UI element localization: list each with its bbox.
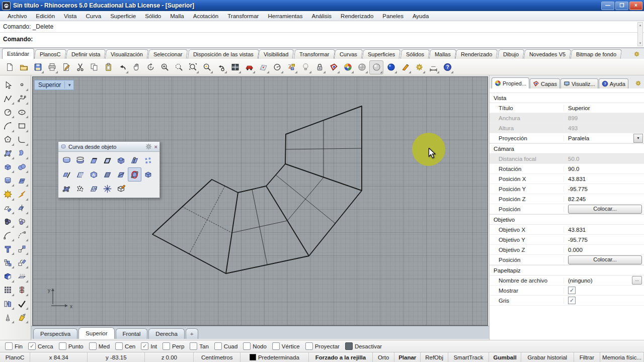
- osnap-med[interactable]: Med: [89, 342, 110, 350]
- fillet-curve-icon[interactable]: [16, 133, 29, 146]
- align-center-icon[interactable]: [16, 284, 29, 297]
- rotate-tool-icon[interactable]: [16, 256, 29, 269]
- menu-solido[interactable]: Sólido: [140, 12, 166, 20]
- array-up-icon[interactable]: [16, 270, 29, 283]
- colocar-button[interactable]: Colocar...: [568, 205, 642, 214]
- property-value[interactable]: 90.0: [564, 166, 644, 172]
- solid-cube-icon[interactable]: [2, 270, 15, 283]
- checkbox[interactable]: ✓: [28, 342, 36, 350]
- status-orto[interactable]: Orto: [373, 352, 394, 362]
- explode-icon[interactable]: [2, 188, 15, 201]
- extract-isocurves-icon[interactable]: [101, 167, 114, 182]
- print-icon[interactable]: [45, 61, 58, 74]
- osnap-cerca[interactable]: ✓Cerca: [28, 342, 53, 350]
- add-viewport-tab[interactable]: +: [186, 328, 198, 339]
- checkbox[interactable]: [243, 342, 251, 350]
- lasso-select-icon[interactable]: [16, 311, 29, 324]
- osnap-desactivar[interactable]: Desactivar: [345, 342, 382, 350]
- array-grid-icon[interactable]: [2, 284, 15, 297]
- checkbox[interactable]: [163, 342, 170, 350]
- visibility-boom-icon[interactable]: [16, 188, 29, 201]
- property-value[interactable]: 43.831: [564, 176, 644, 182]
- tabbar-gear-icon[interactable]: [633, 51, 640, 57]
- property-value[interactable]: Paralela▼: [564, 134, 644, 143]
- paste-icon[interactable]: [102, 61, 115, 74]
- status-memoria-fisic-[interactable]: Memoria físic...: [600, 352, 644, 362]
- duplicate-edge-icon[interactable]: [87, 153, 101, 167]
- osnap-fin[interactable]: Fin: [5, 342, 23, 350]
- car-icon[interactable]: [243, 61, 256, 74]
- status-z-0-00[interactable]: z 0.00: [145, 352, 194, 362]
- status-planar[interactable]: Planar: [394, 352, 421, 362]
- toolbar-tab-novedades-v5[interactable]: Novedades V5: [524, 49, 572, 59]
- checkbox[interactable]: ✓: [141, 342, 148, 350]
- status-predeterminada[interactable]: Predeterminada: [240, 352, 308, 362]
- scroll-up-icon[interactable]: ▲: [638, 23, 642, 27]
- light-icon[interactable]: [299, 61, 312, 74]
- osnap-int[interactable]: ✓Int: [141, 342, 157, 350]
- status-centimetros[interactable]: Centímetros: [194, 352, 240, 362]
- join-circles-icon[interactable]: [2, 215, 15, 228]
- palette-gear-icon[interactable]: [145, 143, 152, 150]
- rotate-view-icon[interactable]: [144, 61, 157, 74]
- close-button[interactable]: ×: [629, 2, 642, 10]
- select-icon[interactable]: [2, 78, 15, 92]
- pull-curve-icon[interactable]: [73, 153, 87, 167]
- menu-herramientas[interactable]: Herramientas: [263, 12, 307, 20]
- menu-renderizado[interactable]: Renderizado: [336, 12, 378, 20]
- polygon-tool-icon[interactable]: [2, 133, 15, 146]
- selection-filter-icon[interactable]: [285, 61, 298, 74]
- zoom-target-icon[interactable]: [200, 61, 213, 74]
- help-icon[interactable]: ?: [441, 61, 454, 74]
- sketch-cube-icon[interactable]: [114, 182, 128, 196]
- status-planoc[interactable]: PlanoC: [0, 352, 30, 362]
- palette-title-bar[interactable]: Curva desde objeto ×: [58, 142, 159, 152]
- viewport-title-menu[interactable]: Superior ▼: [34, 80, 74, 90]
- viewport-tab-derecha[interactable]: Derecha: [148, 328, 184, 339]
- minimize-button[interactable]: —: [601, 2, 614, 10]
- move-tool-icon[interactable]: [16, 242, 29, 255]
- status-refobj[interactable]: RefObj: [421, 352, 448, 362]
- points-from-object-icon[interactable]: [141, 153, 155, 167]
- zoom-extents-icon[interactable]: [186, 61, 199, 74]
- menu-analisis[interactable]: Análisis: [307, 12, 336, 20]
- paint-icon[interactable]: [398, 61, 412, 74]
- menu-transformar[interactable]: Transformar: [223, 12, 263, 20]
- toolbar-tab-visualización[interactable]: Visualización: [105, 49, 149, 59]
- viewport-tab-frontal[interactable]: Frontal: [116, 328, 148, 339]
- command-scrollbar[interactable]: ▲▼: [637, 22, 643, 46]
- toolbar-tab-planosc[interactable]: PlanosC: [34, 49, 66, 59]
- silhouette-icon[interactable]: A: [87, 167, 101, 182]
- toolbar-tab-superficies[interactable]: Superficies: [362, 49, 401, 59]
- cube-plain-icon[interactable]: [141, 167, 155, 182]
- status-grabar-historial[interactable]: Grabar historial: [521, 352, 574, 362]
- toolbar-tab-curvas[interactable]: Curvas: [334, 49, 363, 59]
- new-doc-icon[interactable]: [3, 61, 16, 74]
- menu-edicion[interactable]: Edición: [31, 12, 59, 20]
- checkbox[interactable]: [305, 342, 313, 350]
- ellipse-tool-icon[interactable]: [16, 106, 29, 119]
- property-value[interactable]: ✓: [564, 297, 644, 304]
- panel-tab-propied[interactable]: Propied...: [492, 77, 529, 88]
- menu-superficie[interactable]: Superficie: [106, 12, 140, 20]
- menu-paneles[interactable]: Paneles: [378, 12, 408, 20]
- viewport-tab-perspectiva[interactable]: Perspectiva: [33, 328, 77, 339]
- maximize-button[interactable]: ❐: [615, 2, 628, 10]
- sphere-tool-icon[interactable]: [16, 160, 29, 173]
- property-value[interactable]: -95.775: [564, 237, 644, 243]
- mesh-surface-icon[interactable]: [16, 174, 29, 187]
- status-smarttrack[interactable]: SmartTrack: [448, 352, 489, 362]
- extract-points-icon[interactable]: [73, 182, 87, 196]
- circle-tool-icon[interactable]: [2, 106, 15, 119]
- colocar-button[interactable]: Colocar...: [568, 255, 642, 264]
- edit-doc-icon[interactable]: [59, 61, 72, 74]
- checkbox[interactable]: [115, 342, 123, 350]
- section-icon[interactable]: [60, 167, 73, 182]
- curved-surface-icon[interactable]: [16, 147, 29, 160]
- extend-curve-icon[interactable]: [16, 229, 29, 242]
- sphere-gray-icon[interactable]: [355, 61, 368, 74]
- copy-doc-icon[interactable]: [88, 61, 101, 74]
- extract-isocurve-icon[interactable]: [128, 153, 141, 167]
- viewport-tab-superior[interactable]: Superior: [78, 327, 114, 339]
- panel-tab-ayuda[interactable]: ?Ayuda: [599, 78, 628, 88]
